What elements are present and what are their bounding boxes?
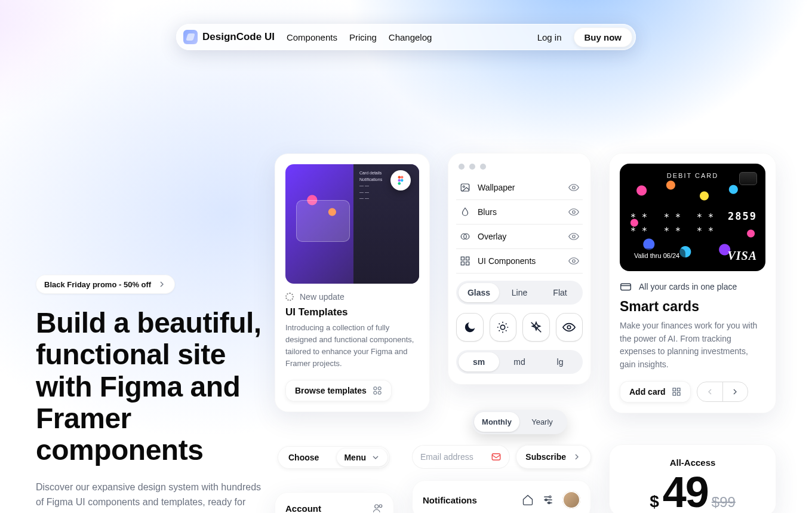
- price-value: 49: [663, 468, 708, 513]
- nav-link-changelog[interactable]: Changelog: [389, 32, 432, 42]
- svg-rect-16: [461, 257, 464, 260]
- svg-rect-19: [466, 262, 469, 265]
- eye-icon[interactable]: [568, 231, 579, 242]
- users-icon[interactable]: [373, 503, 383, 513]
- nav-link-pricing[interactable]: Pricing: [349, 32, 377, 42]
- choose-label: Choose: [288, 453, 319, 462]
- size-segment: sm md lg: [456, 350, 583, 374]
- card-num-group: ＊＊＊＊: [628, 210, 662, 238]
- traffic-max-icon[interactable]: [480, 164, 486, 170]
- subscribe-button[interactable]: Subscribe: [516, 445, 591, 469]
- layer-row-overlay[interactable]: Overlay: [456, 225, 583, 249]
- size-sm[interactable]: sm: [459, 352, 499, 371]
- svg-rect-24: [673, 388, 676, 391]
- smart-body: Make your finances work for you with the…: [620, 320, 765, 371]
- navbar: DesignCode UI Components Pricing Changel…: [176, 24, 636, 50]
- carousel-nav: [697, 382, 748, 402]
- arrow-left-icon: [705, 387, 715, 397]
- chevron-down-icon: [371, 453, 380, 462]
- new-update-text: New update: [300, 292, 345, 302]
- svg-point-12: [573, 211, 576, 214]
- layer-label: UI Components: [478, 256, 561, 266]
- templates-body: Introducing a collection of fully design…: [285, 322, 419, 370]
- eye-icon[interactable]: [568, 256, 579, 266]
- mode-light-button[interactable]: [490, 313, 517, 342]
- window-traffic-lights: [456, 161, 583, 176]
- choose-menu-button[interactable]: Choose Menu: [278, 446, 390, 469]
- card-brand: VISA: [727, 249, 757, 263]
- brand-name: DesignCode UI: [202, 31, 275, 43]
- smart-title: Smart cards: [620, 299, 765, 315]
- card-notifications: Notifications: [412, 480, 591, 513]
- card-layers: Wallpaper Blurs Overlay UI Components Gl…: [448, 153, 591, 385]
- size-md[interactable]: md: [499, 352, 540, 371]
- layer-label: Wallpaper: [478, 183, 561, 192]
- arrow-right-icon: [730, 387, 740, 397]
- style-segment: Glass Line Flat: [456, 281, 583, 305]
- eye-icon[interactable]: [568, 182, 579, 193]
- carousel-prev-button[interactable]: [697, 382, 722, 401]
- nav-link-components[interactable]: Components: [287, 32, 337, 42]
- new-update-badge: New update: [285, 292, 419, 302]
- svg-rect-9: [461, 184, 469, 191]
- sun-icon: [496, 321, 509, 334]
- svg-point-4: [398, 182, 401, 185]
- components-icon: [373, 386, 382, 395]
- svg-point-1: [401, 176, 404, 179]
- eye-icon[interactable]: [568, 207, 579, 217]
- chevron-right-icon: [157, 279, 167, 289]
- price: $ 49 $99: [620, 468, 765, 513]
- layer-label: Overlay: [478, 232, 561, 241]
- promo-pill[interactable]: Black Friday promo - 50% off: [36, 275, 175, 294]
- card-valid: Valid thru 06/24: [628, 248, 685, 263]
- svg-point-22: [568, 325, 571, 329]
- mode-noeffects-button[interactable]: [522, 313, 550, 342]
- svg-rect-7: [374, 391, 377, 394]
- svg-point-2: [398, 179, 401, 182]
- layer-row-wallpaper[interactable]: Wallpaper: [456, 176, 583, 200]
- layer-label: Blurs: [478, 207, 561, 217]
- hero: Black Friday promo - 50% off Build a bea…: [36, 275, 263, 513]
- layer-row-blurs[interactable]: Blurs: [456, 200, 583, 225]
- home-icon[interactable]: [522, 494, 534, 506]
- style-glass[interactable]: Glass: [459, 283, 499, 302]
- nav-login[interactable]: Log in: [537, 32, 562, 42]
- subscribe-label: Subscribe: [525, 452, 566, 462]
- size-lg[interactable]: lg: [540, 352, 580, 371]
- choose-dropdown[interactable]: Menu: [337, 449, 387, 466]
- debit-card: DEBIT CARD ＊＊＊＊ ＊＊＊＊ ＊＊＊＊ 2859 Valid thr…: [620, 164, 765, 271]
- billing-yearly[interactable]: Yearly: [519, 412, 565, 432]
- nav-buy-button[interactable]: Buy now: [574, 27, 633, 47]
- traffic-close-icon[interactable]: [459, 164, 465, 170]
- billing-monthly[interactable]: Monthly: [474, 412, 519, 432]
- chip-icon: [739, 172, 757, 185]
- templates-preview-image: Card detailsNotifications— —— —— —: [285, 164, 419, 284]
- hero-title: Build a beautiful, functional site with …: [36, 307, 263, 466]
- carousel-next-button[interactable]: [722, 382, 748, 401]
- sliders-icon[interactable]: [542, 494, 554, 506]
- browse-templates-button[interactable]: Browse templates: [285, 380, 392, 401]
- mode-icon-row: [456, 313, 583, 342]
- add-card-label: Add card: [629, 387, 666, 397]
- style-flat[interactable]: Flat: [540, 283, 580, 302]
- templates-title: UI Templates: [285, 306, 419, 318]
- brand[interactable]: DesignCode UI: [183, 30, 275, 44]
- svg-rect-27: [677, 392, 680, 395]
- preview-panel: [296, 200, 350, 242]
- style-line[interactable]: Line: [499, 283, 540, 302]
- email-input[interactable]: Email address: [412, 445, 510, 469]
- notifications-title: Notifications: [423, 495, 477, 505]
- mode-preview-button[interactable]: [556, 313, 583, 342]
- add-card-button[interactable]: Add card: [620, 381, 691, 403]
- svg-point-20: [573, 260, 576, 263]
- card-smart-cards: DEBIT CARD ＊＊＊＊ ＊＊＊＊ ＊＊＊＊ 2859 Valid thr…: [609, 153, 776, 413]
- grid-icon: [460, 256, 470, 266]
- svg-rect-17: [466, 257, 469, 260]
- card-ui-templates: Card detailsNotifications— —— —— — New u…: [275, 153, 430, 412]
- layer-row-components[interactable]: UI Components: [456, 249, 583, 274]
- avatar[interactable]: [562, 491, 580, 509]
- mode-dark-button[interactable]: [456, 313, 484, 342]
- traffic-min-icon[interactable]: [469, 164, 475, 170]
- card-num-group: ＊＊＊＊: [694, 210, 728, 238]
- subscribe-form: Email address Subscribe: [412, 445, 591, 469]
